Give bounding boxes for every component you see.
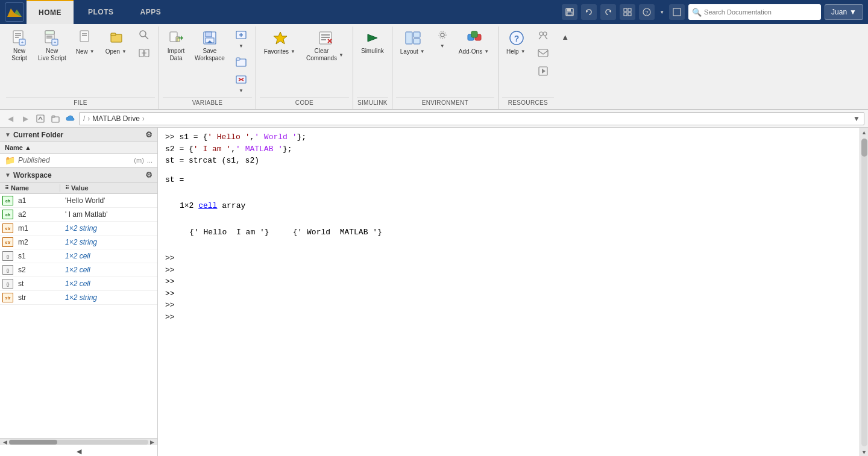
svg-rect-68 — [471, 31, 477, 37]
cmd-blank-4 — [165, 212, 852, 219]
value-header[interactable]: Value — [71, 184, 89, 192]
workspace-row-a2[interactable]: ch a2 ' I am Matlab' — [0, 208, 157, 222]
ribbon-collapse-button[interactable]: ▲ — [558, 29, 573, 45]
svg-point-65 — [439, 31, 446, 39]
back-button[interactable]: ◀ — [4, 112, 17, 125]
addons-button[interactable]: Add-Ons ▼ — [454, 27, 494, 58]
layout-titlebar-button[interactable] — [620, 4, 635, 20]
cmd-code-s1-assign: s1 = { — [179, 131, 207, 143]
current-folder-arrow[interactable]: ▼ — [5, 131, 11, 138]
favorites-button[interactable]: Favorites ▼ — [260, 27, 301, 58]
workspace-arrow[interactable]: ▼ — [5, 172, 11, 178]
command-window-scrollbar[interactable]: ▲ ▼ — [860, 128, 868, 456]
workspace-row-s1[interactable]: {} s1 1×2 cell — [0, 249, 157, 263]
addons-dropdown-arrow[interactable]: ▼ — [483, 48, 490, 55]
preferences-dropdown[interactable]: ▼ — [439, 42, 446, 50]
new-variable-dropdown[interactable]: ▼ — [237, 42, 245, 50]
simulink-button[interactable]: Simulink — [357, 27, 388, 58]
search-documentation-box[interactable]: 🔍 — [688, 4, 821, 20]
folder-more-button[interactable]: ... — [147, 157, 153, 164]
clear-workspace-button[interactable]: ▼ — [230, 71, 252, 96]
svg-rect-73 — [538, 49, 548, 57]
help-ribbon-dropdown-arrow[interactable]: ▼ — [520, 48, 527, 55]
published-folder-item[interactable]: 📁 Published (m) ... — [0, 154, 157, 167]
address-dropdown-arrow[interactable]: ▼ — [853, 114, 860, 123]
up-button[interactable] — [34, 112, 47, 125]
svg-rect-5 — [567, 12, 572, 15]
command-window-content[interactable]: >> s1 = { ' Hello ' , ' World ' }; s2 = … — [158, 128, 860, 456]
scroll-right-arrow[interactable]: ▶ — [148, 439, 156, 445]
preferences-button[interactable]: ▼ — [432, 27, 453, 52]
cmd-scroll-up-arrow[interactable]: ▲ — [861, 128, 867, 137]
cloud-button[interactable] — [64, 112, 77, 125]
new-script-button[interactable]: + NewScript — [6, 27, 33, 65]
cmd-prompt-line-1: >> — [165, 252, 852, 264]
user-menu-button[interactable]: Juan ▼ — [825, 4, 863, 20]
layout-button[interactable]: Layout ▼ — [396, 27, 430, 58]
var-value-st: 1×2 cell — [60, 280, 157, 288]
new-variable-button[interactable]: ▼ — [230, 27, 252, 52]
forward-button[interactable]: ▶ — [19, 112, 32, 125]
import-data-button[interactable]: ImportData — [163, 27, 189, 65]
cmd-close-1: }; — [297, 131, 306, 143]
name-header[interactable]: Name — [11, 184, 29, 192]
left-panel-collapse-arrow[interactable]: ◀ — [0, 445, 157, 456]
cmd-scroll-track[interactable] — [861, 139, 867, 446]
workspace-row-st[interactable]: {} st 1×2 cell — [0, 277, 157, 291]
expand-button[interactable] — [669, 4, 685, 20]
scrollbar-thumb[interactable] — [9, 440, 57, 445]
new-live-script-button[interactable]: + NewLive Script — [34, 27, 71, 65]
community-button[interactable] — [532, 27, 554, 43]
cmd-scroll-down-arrow[interactable]: ▼ — [861, 448, 867, 456]
workspace-row-s2[interactable]: {} s2 1×2 cell — [0, 263, 157, 277]
help-circle-button[interactable]: ? — [639, 4, 655, 20]
find-files-button[interactable] — [133, 27, 155, 43]
simulink-group-label: SIMULINK — [357, 98, 388, 108]
var-value-s2: 1×2 cell — [60, 266, 157, 274]
scroll-left-arrow[interactable]: ◀ — [1, 439, 9, 445]
new-dropdown-button[interactable]: New ▼ — [72, 27, 100, 58]
help-button[interactable]: ? Help ▼ — [502, 27, 531, 58]
open-variable-button[interactable] — [230, 53, 252, 70]
favorites-dropdown-arrow[interactable]: ▼ — [289, 48, 297, 55]
matlab-drive-link[interactable]: MATLAB Drive — [92, 114, 139, 123]
svg-rect-0 — [6, 4, 23, 20]
layout-label: Layout — [400, 48, 418, 55]
tab-home[interactable]: HOME — [27, 0, 74, 24]
cmd-scroll-thumb[interactable] — [861, 139, 867, 157]
learn-matlab-button[interactable] — [532, 63, 554, 80]
svg-text:+: + — [54, 40, 57, 45]
save-workspace-button[interactable]: SaveWorkspace — [190, 27, 229, 65]
compare-button[interactable] — [133, 45, 155, 61]
redo-button[interactable] — [600, 4, 616, 20]
new-dropdown-arrow[interactable]: ▼ — [89, 48, 96, 55]
workspace-row-m1[interactable]: str m1 1×2 string — [0, 222, 157, 236]
workspace-row-m2[interactable]: str m2 1×2 string — [0, 236, 157, 249]
scrollbar-track[interactable] — [9, 440, 148, 445]
clear-commands-button[interactable]: ClearCommands ▼ — [302, 27, 349, 65]
undo-button[interactable] — [581, 4, 597, 20]
toolbar: ◀ ▶ / › MATLAB Drive › ▼ — [0, 110, 868, 128]
clear-workspace-dropdown[interactable]: ▼ — [237, 87, 245, 95]
browse-button[interactable] — [49, 112, 62, 125]
str-icon-m2: str — [2, 237, 13, 247]
save-titlebar-button[interactable] — [562, 4, 577, 20]
layout-dropdown-arrow[interactable]: ▼ — [419, 48, 426, 55]
left-panel-scrollbar[interactable]: ◀ ▶ — [0, 438, 157, 445]
cmd-blank-5 — [165, 219, 852, 226]
var-name-st: st — [16, 280, 60, 288]
open-button[interactable]: Open ▼ — [101, 27, 132, 58]
svg-rect-49 — [236, 58, 240, 60]
search-documentation-input[interactable] — [704, 8, 817, 16]
workspace-row-a1[interactable]: ch a1 'Hello World' — [0, 194, 157, 208]
open-dropdown-arrow[interactable]: ▼ — [121, 48, 128, 55]
tab-apps[interactable]: APPS — [128, 0, 174, 24]
help-dropdown-arrow[interactable]: ▼ — [658, 8, 665, 16]
cmd-code-s2-assign: s2 = { — [165, 143, 193, 155]
request-support-button[interactable] — [532, 45, 554, 61]
clear-commands-dropdown-arrow[interactable]: ▼ — [338, 51, 345, 59]
tab-plots[interactable]: PLOTS — [76, 0, 126, 24]
workspace-gear[interactable]: ⚙ — [145, 170, 153, 180]
current-folder-gear[interactable]: ⚙ — [145, 130, 153, 139]
workspace-row-str[interactable]: str str 1×2 string — [0, 291, 157, 305]
